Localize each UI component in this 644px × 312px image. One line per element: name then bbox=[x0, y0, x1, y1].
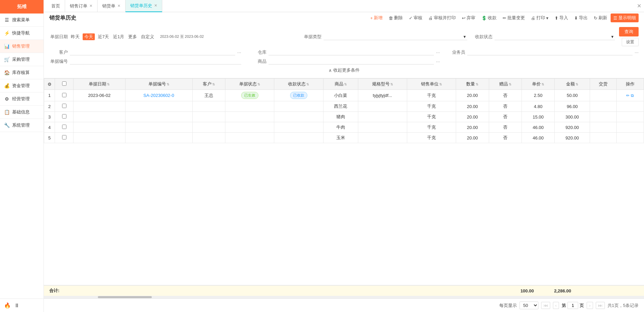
warehouse-dots-button[interactable]: ··· bbox=[436, 50, 440, 55]
goods-dots-button[interactable]: ··· bbox=[436, 59, 440, 64]
next-page-button[interactable]: › bbox=[587, 302, 593, 309]
cell-actions bbox=[616, 133, 644, 143]
cell-amount: 50.00 bbox=[555, 90, 590, 101]
cell-pay-status: 已收款 bbox=[274, 90, 323, 101]
page-size-select[interactable]: 50 100 200 bbox=[520, 302, 538, 309]
cell-doc-status bbox=[225, 101, 274, 112]
th-unit-price[interactable]: 单价 ⇅ bbox=[522, 79, 555, 90]
audit-print-button[interactable]: 🖨 审核并打印 bbox=[426, 14, 458, 22]
copy-button[interactable]: ⧉ bbox=[631, 93, 634, 98]
doc-type-select[interactable]: ▾ bbox=[324, 33, 468, 40]
th-doc-no[interactable]: 单据编号 ⇅ bbox=[125, 79, 192, 90]
sidebar-pause-icon[interactable]: ⏸ bbox=[14, 303, 20, 309]
sidebar-item-ops-mgmt[interactable]: ⚙ 经营管理 bbox=[0, 93, 44, 106]
shortcut-more[interactable]: 更多 bbox=[127, 33, 138, 40]
doc-no-link[interactable]: SA-20230602-0 bbox=[143, 93, 174, 98]
salesperson-dots-button[interactable]: ··· bbox=[635, 50, 639, 55]
cell-customer: 王总 bbox=[192, 90, 225, 101]
collect-button[interactable]: 💲 收款 bbox=[479, 14, 499, 22]
collapse-button[interactable]: ∧ 收起更多条件 bbox=[327, 66, 361, 75]
tab-sales-order-close[interactable]: ✕ bbox=[89, 4, 92, 8]
th-settings[interactable]: ⚙ bbox=[44, 79, 55, 90]
row-checkbox[interactable] bbox=[62, 135, 66, 139]
total-info: 共1页，5条记录 bbox=[608, 303, 639, 309]
cell-pay-status bbox=[274, 101, 323, 112]
tab-sales-delivery-close[interactable]: ✕ bbox=[117, 4, 120, 8]
th-pay-status[interactable]: 收款状态 ⇅ bbox=[274, 79, 323, 90]
tab-sales-history[interactable]: 销货单历史 ✕ bbox=[125, 0, 162, 12]
collect-status-select[interactable]: ▾ bbox=[495, 33, 615, 40]
sidebar-bottom: 🔥 ⏸ bbox=[0, 298, 44, 312]
shortcut-7days[interactable]: 近7天 bbox=[97, 33, 110, 40]
tab-sales-history-close[interactable]: ✕ bbox=[154, 3, 157, 8]
th-goods[interactable]: 商品 ⇅ bbox=[323, 79, 358, 90]
sidebar-item-sales-mgmt[interactable]: 📊 销售管理 bbox=[0, 40, 44, 53]
customer-dots-button[interactable]: ··· bbox=[237, 50, 241, 55]
sidebar-fire-icon[interactable]: 🔥 bbox=[4, 302, 11, 309]
shortcut-1month[interactable]: 近1月 bbox=[112, 33, 125, 40]
th-doc-no-label: 单据编号 bbox=[148, 81, 166, 87]
th-doc-status[interactable]: 单据状态 ⇅ bbox=[225, 79, 274, 90]
page-number-input[interactable] bbox=[567, 302, 578, 309]
delete-button[interactable]: 🗑 删除 bbox=[386, 14, 405, 22]
settings-button[interactable]: 设置 bbox=[622, 38, 639, 46]
shortcut-yesterday[interactable]: 昨天 bbox=[70, 33, 81, 40]
sidebar-item-quick-nav[interactable]: ⚡ 快捷导航 bbox=[0, 27, 44, 40]
row-checkbox[interactable] bbox=[62, 104, 66, 108]
tab-sales-order[interactable]: 销售订单 ✕ bbox=[65, 0, 97, 12]
th-unit[interactable]: 销售单位 ⇅ bbox=[407, 79, 456, 90]
shortcut-today[interactable]: 今天 bbox=[83, 33, 95, 40]
sidebar-item-basic-info[interactable]: 📋 基础信息 bbox=[0, 106, 44, 119]
th-doc-date[interactable]: 单据日期 ⇅ bbox=[74, 79, 125, 90]
batch-change-button[interactable]: ✏ 批量变更 bbox=[500, 14, 528, 22]
horizontal-scrollbar[interactable] bbox=[44, 296, 644, 298]
warehouse-input[interactable] bbox=[269, 49, 434, 55]
last-page-button[interactable]: ⏭ bbox=[596, 302, 605, 309]
cell-customer bbox=[192, 112, 225, 122]
sidebar-item-fund-mgmt[interactable]: 💰 资金管理 bbox=[0, 79, 44, 93]
close-all-tabs-button[interactable]: ✕ bbox=[637, 3, 641, 9]
cell-trade bbox=[590, 101, 616, 112]
fund-mgmt-icon: 💰 bbox=[4, 83, 9, 88]
quick-nav-icon: ⚡ bbox=[4, 30, 9, 36]
abandon-button[interactable]: ↩ 弃审 bbox=[459, 14, 478, 22]
audit-button[interactable]: ✓ 审核 bbox=[406, 14, 425, 22]
row-checkbox[interactable] bbox=[62, 114, 66, 119]
doc-no-input[interactable] bbox=[70, 58, 241, 64]
import-button[interactable]: ⬆ 导入 bbox=[552, 14, 571, 22]
th-qty-sort-icon: ⇅ bbox=[476, 82, 478, 86]
th-qty[interactable]: 数量 ⇅ bbox=[456, 79, 489, 90]
th-pay-status-label: 收款状态 bbox=[288, 81, 306, 87]
tab-home[interactable]: 首页 bbox=[47, 0, 65, 12]
row-checkbox[interactable] bbox=[62, 93, 66, 97]
sidebar-item-search-menu[interactable]: ☰ 搜索菜单 bbox=[0, 14, 44, 27]
salesperson-input[interactable] bbox=[467, 49, 633, 55]
edit-button[interactable]: ✏ bbox=[626, 93, 629, 98]
row-checkbox[interactable] bbox=[62, 125, 66, 129]
sidebar-item-sys-mgmt[interactable]: 🔧 系统管理 bbox=[0, 119, 44, 132]
th-amount[interactable]: 金额 ⇅ bbox=[555, 79, 590, 90]
print-button[interactable]: 🖨 打印 ▾ bbox=[528, 14, 551, 22]
first-page-button[interactable]: ⏮ bbox=[541, 302, 550, 309]
th-customer[interactable]: 客户 ⇅ bbox=[192, 79, 225, 90]
cell-doc-no bbox=[125, 101, 192, 112]
filter-doc-no: 单据编号 bbox=[49, 58, 241, 64]
prev-page-button[interactable]: ‹ bbox=[553, 302, 559, 309]
shortcut-custom[interactable]: 自定义 bbox=[140, 33, 155, 40]
tab-sales-delivery[interactable]: 销货单 ✕ bbox=[97, 0, 125, 12]
select-all-checkbox[interactable] bbox=[62, 81, 66, 86]
goods-input[interactable] bbox=[269, 58, 434, 64]
sidebar-item-inventory-calc[interactable]: 🏠 库存核算 bbox=[0, 66, 44, 79]
new-button[interactable]: + 新增 bbox=[367, 14, 385, 22]
sidebar-item-purchase-mgmt[interactable]: 🛒 采购管理 bbox=[0, 53, 44, 66]
page-info: 第 页 bbox=[562, 302, 584, 309]
th-gift[interactable]: 赠品 ⇅ bbox=[489, 79, 522, 90]
refresh-button[interactable]: ↻ 刷新 bbox=[591, 14, 610, 22]
query-button[interactable]: 查询 bbox=[619, 27, 639, 36]
th-spec[interactable]: 规格型号 ⇅ bbox=[358, 79, 407, 90]
show-detail-button[interactable]: ☰ 显示明细 bbox=[611, 14, 639, 22]
customer-input[interactable] bbox=[70, 49, 235, 55]
scrollbar-thumb[interactable] bbox=[98, 296, 152, 298]
cell-gift: 否 bbox=[489, 112, 522, 122]
export-button[interactable]: ⬇ 导出 bbox=[571, 14, 590, 22]
